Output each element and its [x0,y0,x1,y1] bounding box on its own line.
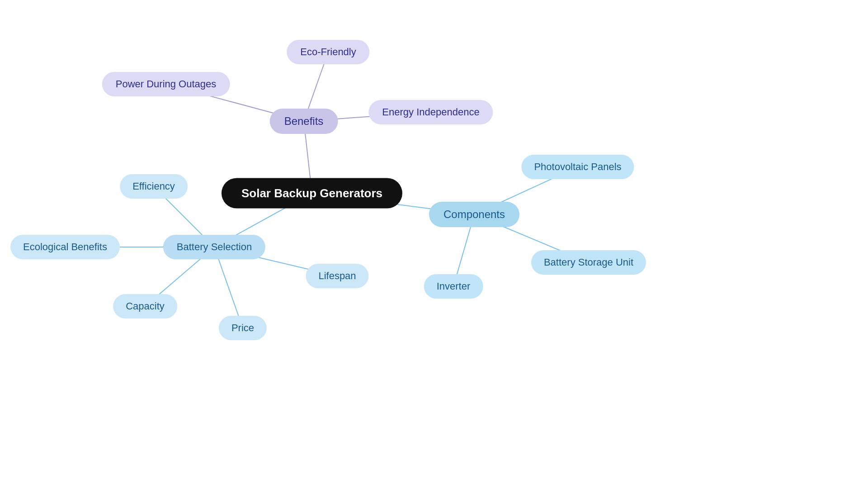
ecological-benefits-node[interactable]: Ecological Benefits [10,235,120,259]
power-outages-node[interactable]: Power During Outages [102,72,230,96]
energy-independence-node[interactable]: Energy Independence [368,100,493,124]
lifespan-node[interactable]: Lifespan [306,264,368,288]
center-node[interactable]: Solar Backup Generators [222,178,402,209]
components-node[interactable]: Components [429,202,519,227]
eco-friendly-node[interactable]: Eco-Friendly [287,40,369,64]
efficiency-node[interactable]: Efficiency [120,174,188,199]
capacity-node[interactable]: Capacity [113,294,177,319]
battery-selection-node[interactable]: Battery Selection [163,235,265,259]
inverter-node[interactable]: Inverter [424,274,483,299]
battery-storage-node[interactable]: Battery Storage Unit [531,250,646,275]
benefits-node[interactable]: Benefits [270,109,338,134]
photovoltaic-node[interactable]: Photovoltaic Panels [521,155,634,179]
price-node[interactable]: Price [219,316,267,340]
